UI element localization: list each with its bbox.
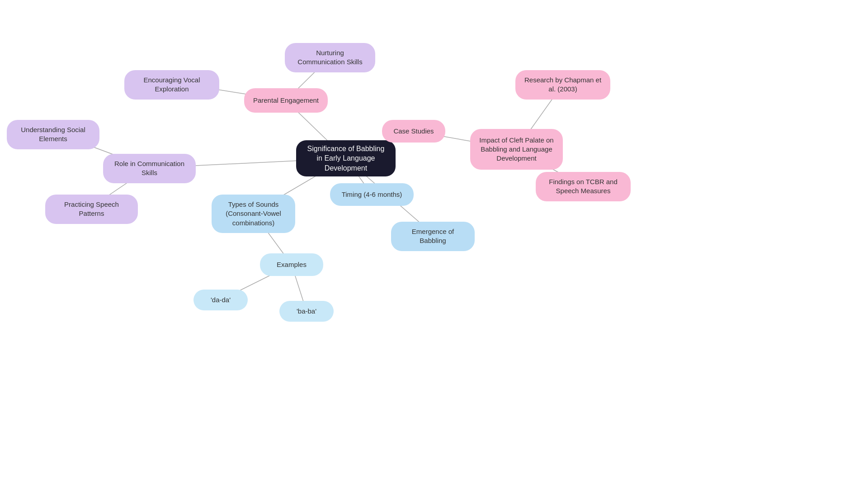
mindmap-container: Significance of Babbling in Early Langua… bbox=[0, 0, 868, 490]
mindmap-node-dada[interactable]: 'da-da' bbox=[193, 290, 248, 310]
mindmap-node-speech[interactable]: Practicing Speech Patterns bbox=[45, 195, 138, 224]
mindmap-node-research[interactable]: Research by Chapman et al. (2003) bbox=[515, 70, 610, 100]
mindmap-node-center[interactable]: Significance of Babbling in Early Langua… bbox=[296, 140, 396, 176]
mindmap-node-role[interactable]: Role in Communication Skills bbox=[103, 154, 196, 183]
mindmap-node-parental[interactable]: Parental Engagement bbox=[244, 88, 328, 113]
mindmap-node-examples[interactable]: Examples bbox=[260, 253, 323, 276]
mindmap-node-baba[interactable]: 'ba-ba' bbox=[279, 301, 334, 322]
mindmap-node-timing[interactable]: Timing (4-6 months) bbox=[330, 183, 414, 206]
mindmap-node-impact[interactable]: Impact of Cleft Palate on Babbling and L… bbox=[470, 129, 563, 170]
mindmap-node-case[interactable]: Case Studies bbox=[382, 120, 445, 143]
mindmap-node-emergence[interactable]: Emergence of Babbling bbox=[391, 222, 475, 251]
mindmap-node-nurturing[interactable]: Nurturing Communication Skills bbox=[285, 43, 375, 72]
mindmap-node-vocal[interactable]: Encouraging Vocal Exploration bbox=[124, 70, 219, 100]
mindmap-node-social[interactable]: Understanding Social Elements bbox=[7, 120, 99, 149]
mindmap-node-types[interactable]: Types of Sounds (Consonant-Vowel combina… bbox=[212, 195, 295, 233]
mindmap-node-findings[interactable]: Findings on TCBR and Speech Measures bbox=[536, 172, 631, 201]
